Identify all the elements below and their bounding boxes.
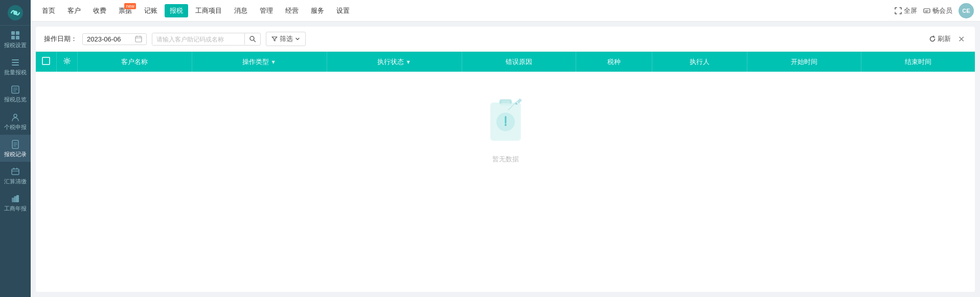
member-icon xyxy=(923,7,930,14)
date-picker[interactable] xyxy=(82,33,147,45)
batch-tax-icon xyxy=(10,57,21,68)
sidebar-item-annual-report[interactable]: 工商年报 xyxy=(0,189,31,216)
sidebar-item-personal-tax[interactable]: 个税申报 xyxy=(0,108,31,135)
empty-text: 暂无数据 xyxy=(492,155,519,164)
col-settings[interactable] xyxy=(57,52,78,72)
nav-item-tax[interactable]: 报税 xyxy=(165,4,188,17)
nav-item-accounts[interactable]: 记账 xyxy=(139,4,163,17)
member-button[interactable]: 畅会员 xyxy=(923,6,952,15)
chevron-down-icon xyxy=(295,36,300,41)
search-input[interactable] xyxy=(152,33,244,45)
svg-rect-2 xyxy=(11,31,15,35)
svg-rect-12 xyxy=(12,169,19,175)
nav-item-settings[interactable]: 设置 xyxy=(331,4,355,17)
col-exec-status: 执行状态 ▼ xyxy=(327,52,462,72)
sidebar-item-label: 报税设置 xyxy=(4,42,27,49)
topnav-right: 全屏 畅会员 CE xyxy=(895,3,974,18)
top-navigation: 首页 客户 收费 票据 new 记账 报税 工商项目 消息 xyxy=(31,0,980,22)
col-start-time: 开始时间 xyxy=(747,52,861,72)
nav-item-invoices[interactable]: 票据 new xyxy=(113,4,137,17)
search-icon xyxy=(249,35,256,43)
sidebar: 报税设置 批量报税 报税总览 个税申报 xyxy=(0,0,31,297)
date-input[interactable] xyxy=(87,35,133,43)
svg-rect-4 xyxy=(11,36,15,39)
refresh-icon xyxy=(929,35,936,43)
col-tax-type: 税种 xyxy=(576,52,652,72)
new-badge: new xyxy=(124,3,136,10)
nav-item-industry[interactable]: 工商项目 xyxy=(190,4,227,17)
col-error-reason: 错误原因 xyxy=(462,52,576,72)
table-header: 客户名称 操作类型 ▼ 执行状态 xyxy=(36,52,975,72)
svg-rect-13 xyxy=(12,198,14,202)
svg-rect-5 xyxy=(16,36,19,39)
fullscreen-icon xyxy=(895,7,902,14)
svg-rect-17 xyxy=(135,36,142,42)
records-table: 客户名称 操作类型 ▼ 执行状态 xyxy=(36,52,975,184)
sidebar-item-label: 报税总览 xyxy=(4,96,27,103)
col-client-name: 客户名称 xyxy=(78,52,192,72)
settings-icon xyxy=(63,57,71,65)
svg-rect-7 xyxy=(12,62,19,63)
close-button[interactable]: ✕ xyxy=(956,34,967,44)
empty-state: 暂无数据 xyxy=(36,72,975,184)
nav-item-clients[interactable]: 客户 xyxy=(62,4,86,17)
refresh-label: 刷新 xyxy=(938,34,951,44)
page-card: 操作日期： xyxy=(36,27,975,292)
sidebar-item-tax-records[interactable]: 报税记录 xyxy=(0,135,31,162)
nav-item-billing[interactable]: 收费 xyxy=(88,4,111,17)
svg-point-19 xyxy=(66,60,69,62)
svg-point-10 xyxy=(14,114,17,117)
op-type-filter-icon: ▼ xyxy=(270,59,276,65)
sidebar-item-label: 汇算清缴 xyxy=(4,178,27,185)
svg-point-26 xyxy=(505,124,507,126)
nav-item-messages[interactable]: 消息 xyxy=(229,4,253,17)
search-bar xyxy=(152,33,261,46)
col-checkbox xyxy=(36,52,57,72)
svg-rect-14 xyxy=(14,196,17,202)
sidebar-item-tax-settings[interactable]: 报税设置 xyxy=(0,26,31,53)
annual-report-icon xyxy=(10,193,21,204)
empty-illustration xyxy=(480,92,531,148)
sidebar-item-label: 报税记录 xyxy=(4,151,27,158)
user-avatar[interactable]: CE xyxy=(959,3,974,18)
filter-icon xyxy=(271,36,278,42)
col-executor: 执行人 xyxy=(652,52,747,72)
nav-item-management[interactable]: 管理 xyxy=(255,4,278,17)
svg-point-1 xyxy=(13,11,17,15)
exec-status-filter[interactable]: 执行状态 ▼ xyxy=(377,57,411,67)
app-logo xyxy=(0,0,31,26)
svg-point-18 xyxy=(250,36,254,40)
select-all-checkbox[interactable] xyxy=(42,57,50,65)
sidebar-item-batch-tax[interactable]: 批量报税 xyxy=(0,53,31,80)
exec-status-filter-icon: ▼ xyxy=(405,59,411,65)
tax-records-icon xyxy=(10,139,21,150)
sidebar-item-settlement[interactable]: 汇算清缴 xyxy=(0,162,31,189)
refresh-button[interactable]: 刷新 xyxy=(929,34,951,44)
nav-item-finance[interactable]: 经营 xyxy=(280,4,304,17)
nav-item-home[interactable]: 首页 xyxy=(37,4,60,17)
filter-button[interactable]: 筛选 xyxy=(266,32,306,46)
svg-rect-8 xyxy=(12,65,19,66)
calendar-icon xyxy=(135,35,142,43)
fullscreen-button[interactable]: 全屏 xyxy=(895,6,917,15)
content-area: 操作日期： xyxy=(31,22,980,297)
table-body: 暂无数据 xyxy=(36,72,975,184)
settlement-icon xyxy=(10,166,21,177)
filter-label: 筛选 xyxy=(280,34,293,44)
svg-rect-6 xyxy=(12,59,19,60)
table-container: 客户名称 操作类型 ▼ 执行状态 xyxy=(36,52,975,292)
nav-item-services[interactable]: 服务 xyxy=(306,4,329,17)
toolbar: 操作日期： xyxy=(36,27,975,52)
op-type-filter[interactable]: 操作类型 ▼ xyxy=(242,57,276,67)
svg-rect-15 xyxy=(16,195,19,202)
sidebar-item-label: 批量报税 xyxy=(4,69,27,76)
col-end-time: 结束时间 xyxy=(861,52,975,72)
search-button[interactable] xyxy=(244,33,260,45)
sidebar-item-tax-summary[interactable]: 报税总览 xyxy=(0,80,31,107)
col-op-type: 操作类型 ▼ xyxy=(192,52,327,72)
date-label: 操作日期： xyxy=(44,34,77,44)
main-area: 首页 客户 收费 票据 new 记账 报税 工商项目 消息 xyxy=(31,0,980,297)
tax-settings-icon xyxy=(10,30,21,41)
personal-tax-icon xyxy=(10,112,21,123)
nav-items: 首页 客户 收费 票据 new 记账 报税 工商项目 消息 xyxy=(37,4,895,17)
